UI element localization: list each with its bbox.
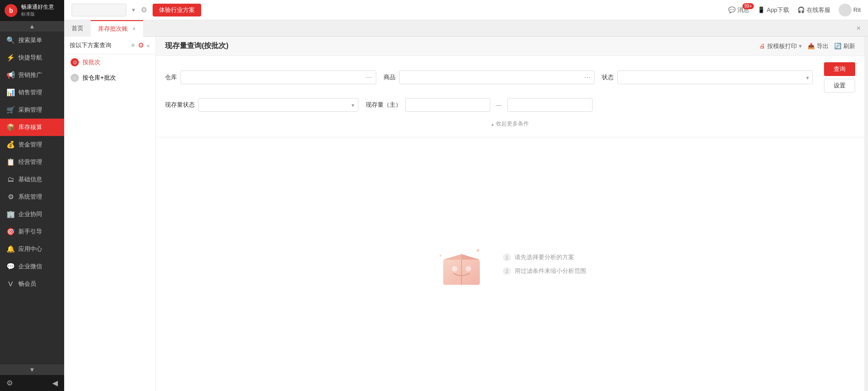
tab-home-label: 首页 [71,24,83,33]
online-service-button[interactable]: 🎧 在线客服 [797,6,830,14]
svg-text:✦: ✦ [439,253,442,258]
app-download-label: App下载 [767,6,789,14]
print-dropdown-icon[interactable]: ▾ [799,43,802,49]
nav-icon-member: V [6,280,15,288]
refresh-button[interactable]: 🔄 刷新 [834,42,855,50]
topbar-dropdown-arrow[interactable]: ▾ [132,6,135,13]
tab-close-main-icon[interactable]: × [849,24,868,33]
stock-status-dropdown-icon [352,102,354,109]
sidebar-scroll-down[interactable]: ▼ [0,364,64,375]
tip-1-text: 请先选择要分析的方案 [515,253,574,261]
left-panel-title: 按以下方案查询 [70,41,111,49]
export-button[interactable]: 📤 导出 [808,42,829,50]
collapse-label: 收起更多条件 [496,120,529,128]
app-version: 标准版 [21,11,54,17]
nav-label-sales: 销售管理 [18,88,42,97]
message-button[interactable]: 💬 消息 99+ [728,6,749,14]
tab-inventory-batch[interactable]: 库存批次账 × [91,20,143,37]
scheme-item-by-batch[interactable]: ⊙ 按批次 [64,54,155,70]
print-icon: 🖨 [759,43,765,49]
stock-qty-from[interactable] [405,98,490,112]
nav-label-inventory: 库存核算 [18,123,42,131]
empty-illustration: ✦ ✦ [434,237,489,292]
sidebar-item-finance[interactable]: 💰 资金管理 [0,136,64,153]
query-button[interactable]: 查询 [824,62,855,76]
footer-settings-icon[interactable]: ⚙ [6,379,13,387]
nav-icon-appstore: 🔔 [6,245,15,253]
sidebar-item-purchase[interactable]: 🛒 采购管理 [0,101,64,119]
filter-row-2: 现存量状态 现存量（主） — [165,98,855,112]
status-label: 状态 [602,73,614,81]
filter-actions: 查询 设置 [824,62,855,92]
app-logo: b [5,4,17,17]
topbar-settings-icon[interactable]: ⚙ [141,5,147,14]
app-download-button[interactable]: 📱 App下载 [758,6,789,14]
scheme-label-by-warehouse-batch: 按仓库+批次 [82,74,116,82]
scheme-icon-by-warehouse-batch: ○ [71,74,79,82]
sidebar: b 畅康通好生意 标准版 ▲ 🔍 搜索菜单 ⚡ 快捷导航 📢 营销推广 📊 销售… [0,0,64,391]
sidebar-item-operations[interactable]: 📋 经营管理 [0,153,64,171]
sidebar-item-inventory[interactable]: 📦 库存核算 [0,119,64,136]
status-filter: 状态 [602,71,813,84]
sidebar-item-basic[interactable]: 🗂 基础信息 [0,171,64,188]
stock-status-select[interactable] [198,98,358,112]
filter-row-1: 仓库 ··· 商品 ··· 状态 [165,62,855,92]
print-label: 按模板打印 [767,42,797,50]
nav-icon-purchase: 🛒 [6,106,15,114]
filter-area: 仓库 ··· 商品 ··· 状态 [156,56,864,137]
scheme-settings-icon[interactable]: ⚙ [138,41,144,49]
nav-icon-basic: 🗂 [6,175,15,184]
left-panel-collapse-icon[interactable]: « [147,42,150,49]
collapse-up-icon [491,121,494,127]
nav-icon-operations: 📋 [6,158,15,166]
sidebar-item-search[interactable]: 🔍 搜索菜单 [0,32,64,49]
nav-label-operations: 经营管理 [18,158,42,166]
refresh-icon: 🔄 [834,43,841,49]
empty-tips: 1 请先选择要分析的方案 2 用过滤条件来缩小分析范围 [503,253,586,275]
print-button[interactable]: 🖨 按模板打印 ▾ [759,42,802,50]
footer-collapse-icon[interactable]: ◀ [52,379,58,387]
online-service-label: 在线客服 [807,6,830,14]
nav-icon-inventory: 📦 [6,123,15,131]
tip-num-2: 2 [503,267,511,275]
add-scheme-icon[interactable]: + [131,41,135,49]
tab-close-icon[interactable]: × [132,26,136,32]
collapse-button[interactable]: 收起更多条件 [165,117,855,130]
scheme-item-by-warehouse-batch[interactable]: ○ 按仓库+批次 [64,70,155,86]
sidebar-item-appstore[interactable]: 🔔 应用中心 [0,240,64,258]
svg-point-2 [452,266,457,272]
right-scrollbar[interactable] [864,37,868,391]
app-download-icon: 📱 [758,6,765,13]
tip-2-text: 用过滤条件来缩小分析范围 [515,267,586,275]
sidebar-item-system[interactable]: ⚙ 系统管理 [0,188,64,206]
sidebar-item-member[interactable]: V 畅会员 [0,275,64,293]
nav-label-search: 搜索菜单 [18,36,42,44]
tab-home[interactable]: 首页 [64,20,91,37]
sidebar-item-sales[interactable]: 📊 销售管理 [0,84,64,101]
sidebar-scroll-up[interactable]: ▲ [0,21,64,32]
sidebar-item-newbie[interactable]: 🎯 新手引导 [0,223,64,240]
status-select[interactable] [617,71,813,84]
stock-qty-to[interactable] [507,98,593,112]
main-area: ▾ ⚙ 体验行业方案 💬 消息 99+ 📱 App下载 🎧 在线客服 Rit [64,0,868,391]
product-label: 商品 [384,73,396,81]
stock-qty-label: 现存量（主） [366,101,401,109]
nav-label-system: 系统管理 [18,193,42,201]
right-content: 现存量查询(按批次) 🖨 按模板打印 ▾ 📤 导出 🔄 刷新 [156,37,864,391]
warehouse-input[interactable]: ··· [181,71,376,84]
sidebar-item-quick-nav[interactable]: ⚡ 快捷导航 [0,49,64,66]
user-profile[interactable]: Rit [839,4,861,16]
empty-tip-2: 2 用过滤条件来缩小分析范围 [503,267,586,275]
nav-label-basic: 基础信息 [18,175,42,184]
trial-button[interactable]: 体验行业方案 [153,4,201,16]
sidebar-item-marketing[interactable]: 📢 营销推广 [0,66,64,84]
svg-point-3 [466,266,471,272]
product-input[interactable]: ··· [399,71,595,84]
nav-icon-sales: 📊 [6,88,15,97]
refresh-label: 刷新 [843,42,855,50]
sidebar-item-wechat[interactable]: 💬 企业微信 [0,258,64,275]
online-service-icon: 🎧 [797,6,805,13]
sidebar-item-enterprise[interactable]: 🏢 企业协同 [0,206,64,223]
sidebar-footer: ⚙ ◀ [0,375,64,391]
filter-settings-button[interactable]: 设置 [824,79,855,92]
